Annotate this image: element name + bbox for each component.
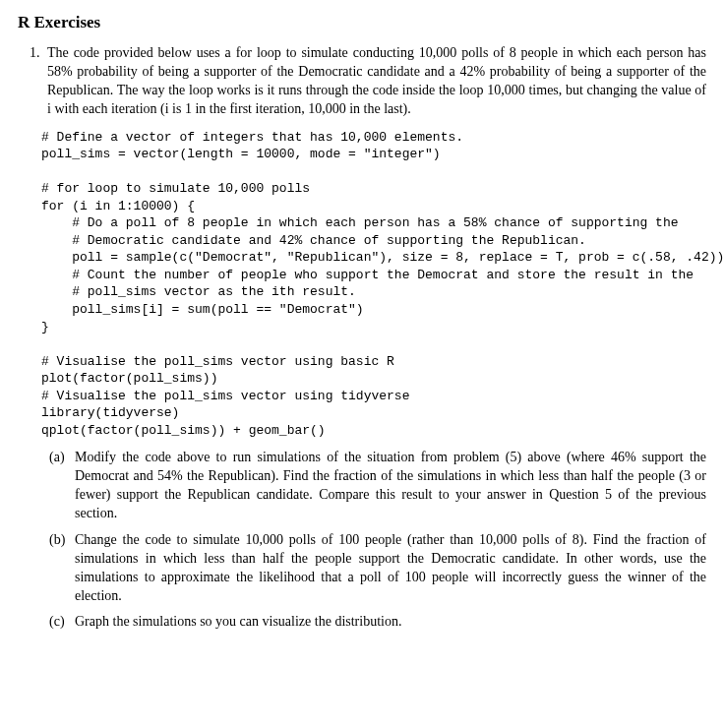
subpart-c: (c) Graph the simulations so you can vis… (75, 613, 706, 632)
intro-text: The code provided below uses a for loop … (47, 45, 706, 116)
item-number: 1. (30, 44, 47, 63)
exercise-item-1: 1.The code provided below uses a for loo… (47, 44, 706, 632)
subpart-a-text: Modify the code above to run simulations… (75, 450, 706, 520)
subpart-a: (a) Modify the code above to run simulat… (75, 449, 706, 523)
subpart-b: (b) Change the code to simulate 10,000 p… (75, 531, 706, 606)
subpart-c-label: (c) (49, 613, 65, 632)
subpart-a-label: (a) (49, 449, 65, 467)
subpart-b-text: Change the code to simulate 10,000 polls… (75, 532, 706, 603)
section-heading: R Exercises (18, 12, 706, 34)
subpart-c-text: Graph the simulations so you can visuali… (75, 614, 401, 629)
code-block: # Define a vector of integers that has 1… (41, 129, 706, 440)
exercise-intro: 1.The code provided below uses a for loo… (47, 44, 706, 119)
exercise-list: 1.The code provided below uses a for loo… (18, 44, 706, 632)
subparts-list: (a) Modify the code above to run simulat… (47, 449, 706, 632)
subpart-b-label: (b) (49, 531, 65, 550)
